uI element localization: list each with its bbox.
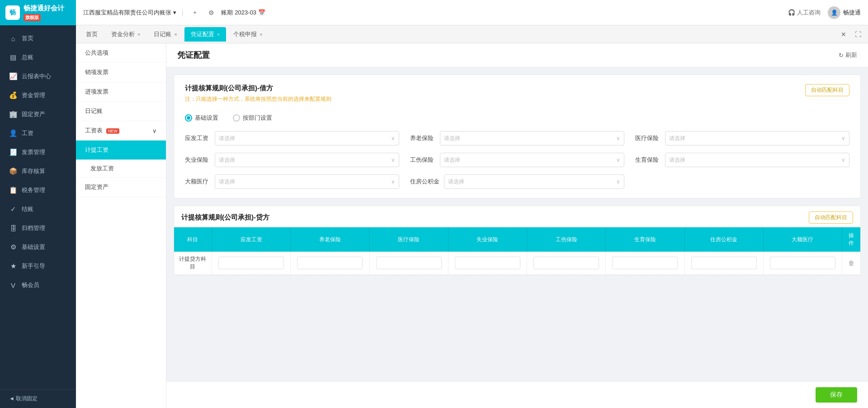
tab-voucher-config-label: 凭证配置 xyxy=(191,30,214,38)
left-menu-salary-accrual[interactable]: 计提工资 xyxy=(76,141,166,160)
new-badge: NEW xyxy=(106,128,119,134)
refresh-button[interactable]: ↻ 刷新 xyxy=(839,51,857,59)
tab-home[interactable]: 首页 xyxy=(80,27,104,42)
col-unemployment: 失业保险 xyxy=(448,227,527,252)
input-should-pay[interactable] xyxy=(218,257,284,269)
tab-fund-analysis[interactable]: 资金分析 × xyxy=(105,27,146,42)
sidebar-item-archive[interactable]: 🗄 归档管理 xyxy=(0,219,76,238)
sidebar-item-salary[interactable]: 👤 工资 xyxy=(0,124,76,143)
maternity-select[interactable]: 请选择 ∨ xyxy=(665,153,849,167)
right-content: 凭证配置 ↻ 刷新 计提核算规则(公司承担)-借方 注：只能选择一种方式，系统将… xyxy=(166,43,868,408)
left-menu-journal[interactable]: 日记账 xyxy=(76,102,166,121)
input-unemployment[interactable] xyxy=(455,257,520,269)
calendar-icon[interactable]: 📅 xyxy=(258,9,265,16)
left-menu-sales-invoice[interactable]: 销项发票 xyxy=(76,63,166,82)
settings-icon[interactable]: ⚙ xyxy=(205,6,217,19)
pension-select[interactable]: 请选择 ∨ xyxy=(440,131,624,145)
col-subject: 科目 xyxy=(174,227,212,252)
row-action: 🗑 xyxy=(842,252,860,275)
tab-tax-report[interactable]: 个税申报 × xyxy=(227,27,269,42)
sidebar-item-label: 库存核算 xyxy=(22,167,45,175)
expand-button[interactable]: ⛶ xyxy=(852,28,864,41)
close-all-button[interactable]: ✕ xyxy=(837,28,850,41)
sidebar-unpin[interactable]: ◄ 取消固定 xyxy=(0,389,76,408)
sidebar-item-cloud-report[interactable]: 📈 云报表中心 xyxy=(0,67,76,86)
input-pension[interactable] xyxy=(297,257,363,269)
left-menu: 公共选项 销项发票 进项发票 日记账 工资表 NEW ∨ 计提工资 发放工资 固… xyxy=(76,43,166,408)
table-row: 计提贷方科目 🗑 xyxy=(174,252,860,275)
pension-placeholder: 请选择 xyxy=(444,135,460,142)
left-menu-fixed-assets[interactable]: 固定资产 xyxy=(76,178,166,197)
sidebar-item-guide[interactable]: ★ 新手引导 xyxy=(0,257,76,276)
form-row-unemployment: 失业保险 请选择 ∨ xyxy=(185,153,399,167)
left-menu-public[interactable]: 公共选项 xyxy=(76,43,166,63)
input-injury[interactable] xyxy=(533,257,599,269)
logo-text-block: 畅捷通好会计 旗舰版 xyxy=(24,4,64,21)
period-display: 账期 2023-03 📅 xyxy=(221,9,265,17)
sidebar-item-inventory[interactable]: 📦 库存核算 xyxy=(0,162,76,181)
input-large-medical[interactable] xyxy=(770,257,835,269)
fixed-assets-icon: 🏢 xyxy=(9,110,17,118)
input-housing-fund[interactable] xyxy=(691,257,757,269)
debit-auto-match-button[interactable]: 自动匹配科目 xyxy=(805,84,849,96)
housing-fund-placeholder: 请选择 xyxy=(448,178,464,186)
logo-icon: 畅 xyxy=(5,5,20,20)
period-label: 账期 xyxy=(221,9,233,17)
left-menu-salary-pay[interactable]: 发放工资 xyxy=(76,160,166,178)
left-menu-purchase-invoice[interactable]: 进项发票 xyxy=(76,82,166,102)
radio-basic[interactable]: 基础设置 xyxy=(185,114,218,122)
injury-select[interactable]: 请选择 ∨ xyxy=(440,153,624,167)
topbar-right: 🎧 人工咨询 👤 畅捷通 xyxy=(788,6,861,19)
guide-icon: ★ xyxy=(9,262,17,270)
close-icon[interactable]: × xyxy=(174,32,177,37)
page-content: 公共选项 销项发票 进项发票 日记账 工资表 NEW ∨ 计提工资 发放工资 固… xyxy=(76,43,868,408)
unemployment-placeholder: 请选择 xyxy=(219,156,235,164)
sidebar-item-label: 总账 xyxy=(22,53,33,61)
pension-label: 养老保险 xyxy=(410,134,435,142)
sidebar-item-ledger[interactable]: ▤ 总账 xyxy=(0,48,76,67)
sidebar-item-fund[interactable]: 💰 资金管理 xyxy=(0,86,76,105)
sidebar-item-home[interactable]: ⌂ 首页 xyxy=(0,29,76,48)
save-bar: 保存 xyxy=(166,381,868,408)
sidebar-item-label: 基础设置 xyxy=(22,243,45,251)
settle-icon: ✓ xyxy=(9,205,17,213)
input-medical[interactable] xyxy=(376,257,442,269)
sidebar-item-vip[interactable]: V 畅会员 xyxy=(0,276,76,295)
salary-icon: 👤 xyxy=(9,129,17,137)
sidebar-item-basic-settings[interactable]: ⚙ 基础设置 xyxy=(0,238,76,257)
save-button[interactable]: 保存 xyxy=(816,387,857,403)
service-button[interactable]: 🎧 人工咨询 xyxy=(788,9,821,17)
close-icon[interactable]: × xyxy=(259,32,262,37)
row-large-medical xyxy=(763,252,842,275)
company-selector[interactable]: 江西服宝精品有限责任公司内账张 ▾ xyxy=(83,9,176,17)
delete-row-button[interactable]: 🗑 xyxy=(848,259,854,267)
credit-auto-match-button[interactable]: 自动匹配科目 xyxy=(809,211,853,224)
close-icon[interactable]: × xyxy=(137,32,140,37)
input-maternity[interactable] xyxy=(612,257,678,269)
col-large-medical: 大额医疗 xyxy=(763,227,842,252)
close-icon[interactable]: × xyxy=(217,32,220,37)
housing-fund-select[interactable]: 请选择 ∨ xyxy=(444,174,624,189)
chevron-down-icon: ∨ xyxy=(841,157,845,163)
debit-section-title: 计提核算规则(公司承担)-借方 xyxy=(185,84,331,93)
sidebar-nav: ⌂ 首页 ▤ 总账 📈 云报表中心 💰 资金管理 🏢 固定资产 👤 工资 🧾 发… xyxy=(0,25,76,389)
radio-dept[interactable]: 按部门设置 xyxy=(233,114,272,122)
tab-journal[interactable]: 日记账 × xyxy=(147,27,183,42)
user-menu[interactable]: 👤 畅捷通 xyxy=(828,6,861,19)
should-pay-select[interactable]: 请选择 ∨ xyxy=(215,131,399,145)
tab-voucher-config[interactable]: 凭证配置 × xyxy=(184,27,226,42)
sidebar-item-fixed-assets[interactable]: 🏢 固定资产 xyxy=(0,105,76,124)
tab-tax-report-label: 个税申报 xyxy=(233,30,257,38)
large-medical-label: 大额医疗 xyxy=(185,178,210,186)
maternity-placeholder: 请选择 xyxy=(669,156,685,164)
left-menu-salary-table[interactable]: 工资表 NEW ∨ xyxy=(76,121,166,141)
sidebar-item-tax[interactable]: 📋 税务管理 xyxy=(0,181,76,200)
sidebar-item-settle[interactable]: ✓ 结账 xyxy=(0,200,76,219)
add-button[interactable]: ＋ xyxy=(189,6,201,19)
medical-select[interactable]: 请选择 ∨ xyxy=(665,131,849,145)
sidebar-item-invoice[interactable]: 🧾 发票管理 xyxy=(0,143,76,162)
large-medical-select[interactable]: 请选择 ∨ xyxy=(215,174,399,189)
unemployment-select[interactable]: 请选择 ∨ xyxy=(215,153,399,167)
main-area: 江西服宝精品有限责任公司内账张 ▾ | ＋ ⚙ 账期 2023-03 📅 🎧 人… xyxy=(76,0,868,408)
row-should-pay xyxy=(212,252,290,275)
